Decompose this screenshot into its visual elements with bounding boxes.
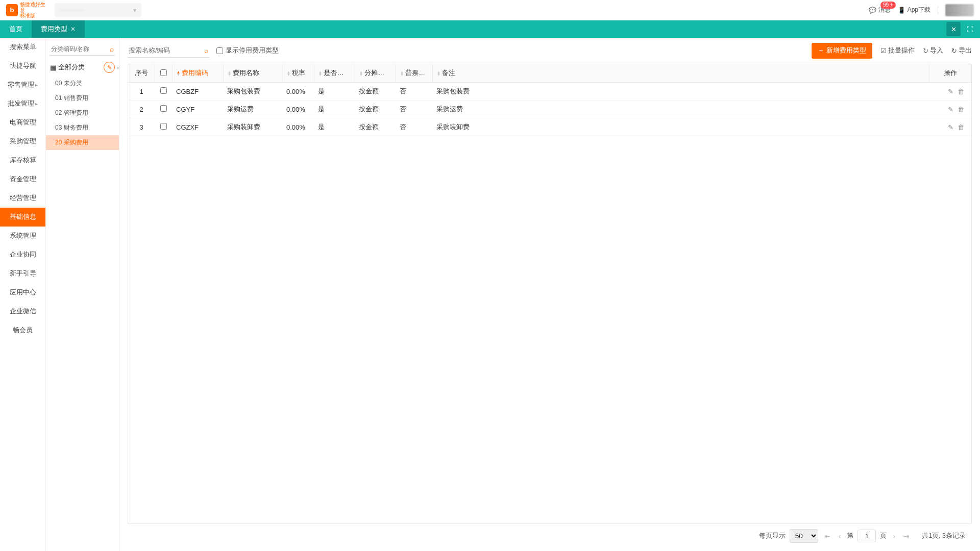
app-download-label: App下载 <box>908 6 930 14</box>
avatar[interactable] <box>945 4 974 16</box>
show-disabled-input[interactable] <box>216 47 223 54</box>
cell-note: 采购装卸费 <box>432 118 929 136</box>
main-layout: 搜索菜单快捷导航零售管理▸批发管理▸电商管理采购管理库存核算资金管理经营管理基础… <box>0 38 980 551</box>
cell-checkbox[interactable] <box>155 83 172 101</box>
tab-current-label: 费用类型 <box>41 24 67 34</box>
import-button[interactable]: ↻ 导入 <box>923 46 943 55</box>
delete-row-button[interactable]: 🗑 <box>958 88 964 95</box>
sidebar-item-6[interactable]: 库存核算 <box>0 151 45 170</box>
sidebar-item-15[interactable]: 畅会员 <box>0 321 45 340</box>
messages-link[interactable]: 💬 消息 99 + <box>869 6 891 14</box>
prev-page-button[interactable]: ‹ <box>837 531 843 541</box>
per-page-select[interactable]: 50 <box>790 529 818 543</box>
close-all-tabs-button[interactable]: ✕ <box>946 22 961 36</box>
sidebar-item-14[interactable]: 企业微信 <box>0 302 45 321</box>
row-checkbox[interactable] <box>160 123 167 130</box>
fullscreen-button[interactable]: ⛶ <box>963 22 977 36</box>
cell-op: ✎🗑 <box>929 83 971 101</box>
sidebar-item-3[interactable]: 批发管理▸ <box>0 94 45 113</box>
last-page-button[interactable]: ⇥ <box>901 531 912 541</box>
export-button[interactable]: ↻ 导出 <box>951 46 972 55</box>
search-input[interactable] <box>128 44 209 58</box>
sidebar-item-0[interactable]: 搜索菜单 <box>0 38 45 57</box>
next-page-button[interactable]: › <box>891 531 897 541</box>
search-icon[interactable]: ⌕ <box>204 46 208 55</box>
sidebar-item-12[interactable]: 新手引导 <box>0 264 45 283</box>
sidebar-item-4[interactable]: 电商管理 <box>0 113 45 132</box>
sidebar-item-11[interactable]: 企业协同 <box>0 245 45 264</box>
table-row: 2CGYF采购运费0.00%是按金额否采购运费✎🗑 <box>128 101 971 118</box>
page-input[interactable] <box>857 530 876 542</box>
message-icon: 💬 <box>869 7 876 14</box>
first-page-button[interactable]: ⇤ <box>822 531 832 541</box>
category-search-input[interactable] <box>50 43 115 56</box>
batch-operation-button[interactable]: ☑ 批量操作 <box>880 46 915 55</box>
sidebar-item-label: 企业协同 <box>10 251 36 259</box>
add-expense-type-button[interactable]: ＋ 新增费用类型 <box>812 43 872 59</box>
tab-expense-type[interactable]: 费用类型 ✕ <box>32 20 85 38</box>
collapse-panel-button[interactable]: « <box>116 64 120 71</box>
category-item-4[interactable]: 20 采购费用 <box>46 135 119 150</box>
table-row: 3CGZXF采购装卸费0.00%是按金额否采购装卸费✎🗑 <box>128 118 971 136</box>
sidebar-item-13[interactable]: 应用中心 <box>0 283 45 302</box>
cell-bool: 是 <box>314 101 355 118</box>
sidebar-item-10[interactable]: 系统管理 <box>0 227 45 245</box>
select-all-checkbox[interactable] <box>160 69 167 76</box>
sidebar-item-label: 系统管理 <box>10 232 36 240</box>
middle-row: ⌕ ▦ 全部分类 ✎ « 00 未分类01 销售费用02 管理费用03 财务费用… <box>46 38 980 551</box>
sidebar-item-5[interactable]: 采购管理 <box>0 132 45 151</box>
cell-code: CGYF <box>172 101 223 118</box>
col-checkbox[interactable] <box>155 64 172 83</box>
tab-home[interactable]: 首页 <box>0 20 32 38</box>
cell-note: 采购运费 <box>432 101 929 118</box>
sidebar-item-2[interactable]: 零售管理▸ <box>0 76 45 94</box>
col-rate[interactable]: ▲▼税率 <box>282 64 314 83</box>
cell-checkbox[interactable] <box>155 101 172 118</box>
sidebar-item-7[interactable]: 资金管理 <box>0 170 45 189</box>
col-seq[interactable]: 序号 <box>128 64 155 83</box>
edit-row-button[interactable]: ✎ <box>948 123 953 131</box>
cell-bool: 是 <box>314 83 355 101</box>
col-note[interactable]: ▲▼备注 <box>432 64 929 83</box>
cell-name: 采购装卸费 <box>223 118 282 136</box>
col-name[interactable]: ▲▼费用名称 <box>223 64 282 83</box>
sidebar-item-label: 电商管理 <box>10 118 36 127</box>
col-pup[interactable]: ▲▼普票… <box>396 64 432 83</box>
sidebar-item-8[interactable]: 经营管理 <box>0 189 45 208</box>
page-prefix: 第 <box>847 532 853 540</box>
cell-checkbox[interactable] <box>155 118 172 136</box>
cell-alloc: 按金额 <box>355 101 396 118</box>
row-checkbox[interactable] <box>160 105 167 112</box>
edit-row-button[interactable]: ✎ <box>948 106 953 113</box>
close-icon[interactable]: ✕ <box>70 26 76 33</box>
sidebar-item-label: 企业微信 <box>10 307 36 316</box>
app-download-link[interactable]: 📱 App下载 <box>898 6 930 14</box>
show-disabled-checkbox[interactable]: 显示停用费用类型 <box>216 46 279 55</box>
company-selector[interactable]: ———— ▾ <box>55 3 141 17</box>
category-item-1[interactable]: 01 销售费用 <box>46 91 119 106</box>
delete-row-button[interactable]: 🗑 <box>958 123 964 131</box>
edit-icon: ☑ <box>880 47 887 55</box>
cell-rate: 0.00% <box>282 101 314 118</box>
category-all[interactable]: ▦ 全部分类 ✎ <box>46 58 119 76</box>
separator <box>938 6 938 14</box>
sidebar-item-label: 畅会员 <box>13 326 33 335</box>
sidebar-item-1[interactable]: 快捷导航 <box>0 57 45 76</box>
delete-row-button[interactable]: 🗑 <box>958 106 964 113</box>
sidebar-item-9[interactable]: 基础信息 <box>0 208 45 227</box>
chevron-right-icon: ▸ <box>35 101 38 107</box>
import-icon: ↻ <box>923 47 928 55</box>
header-right: 💬 消息 99 + 📱 App下载 <box>869 4 974 16</box>
col-code[interactable]: ▲▼费用编码 <box>172 64 223 83</box>
edit-category-button[interactable]: ✎ <box>104 62 115 73</box>
cell-alloc: 按金额 <box>355 118 396 136</box>
col-bool[interactable]: ▲▼是否… <box>314 64 355 83</box>
category-item-0[interactable]: 00 未分类 <box>46 76 119 91</box>
export-icon: ↻ <box>951 47 957 55</box>
row-checkbox[interactable] <box>160 87 167 94</box>
edit-row-button[interactable]: ✎ <box>948 88 953 95</box>
category-item-2[interactable]: 02 管理费用 <box>46 106 119 120</box>
category-item-3[interactable]: 03 财务费用 <box>46 120 119 135</box>
search-icon[interactable]: ⌕ <box>110 45 114 53</box>
col-alloc[interactable]: ▲▼分摊… <box>355 64 396 83</box>
